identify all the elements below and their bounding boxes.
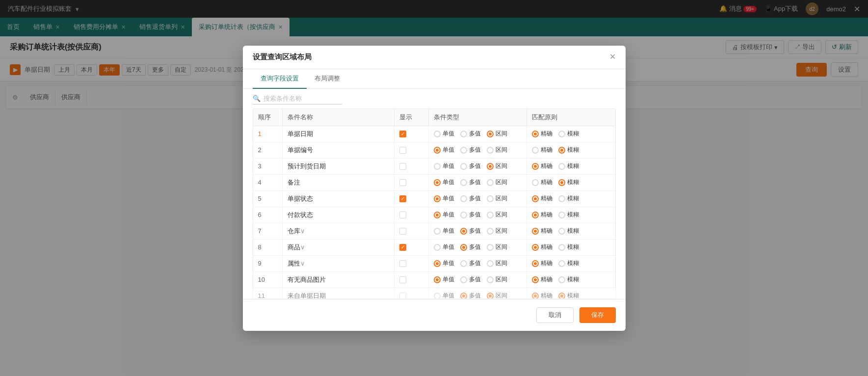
modal-tabs: 查询字段设置 布局调整	[243, 69, 626, 89]
th-order: 顺序	[253, 109, 283, 114]
modal-close-button[interactable]: ✕	[609, 53, 616, 61]
modal-table: 顺序 条件名称 显示 条件类型 匹配原则 1 单据日期 单值	[243, 108, 626, 114]
settings-modal: 设置查询区域布局 ✕ 查询字段设置 布局调整 🔍 顺序 条件名称 显示	[243, 46, 626, 114]
modal-search-area: 🔍	[243, 89, 626, 105]
modal-title: 设置查询区域布局	[253, 53, 312, 62]
th-type: 条件类型	[429, 109, 527, 114]
search-input-wrapper: 🔍	[253, 95, 342, 105]
th-match: 匹配原则	[527, 109, 615, 114]
th-name: 条件名称	[283, 109, 395, 114]
modal-table-header: 顺序 条件名称 显示 条件类型 匹配原则	[253, 108, 616, 114]
modal-overlay: 设置查询区域布局 ✕ 查询字段设置 布局调整 🔍 顺序 条件名称 显示	[0, 0, 868, 113]
th-display: 显示	[395, 109, 429, 114]
modal-tab-fields[interactable]: 查询字段设置	[253, 69, 307, 89]
search-input[interactable]	[263, 95, 342, 102]
search-icon: 🔍	[253, 95, 261, 102]
modal-header: 设置查询区域布局 ✕	[243, 46, 626, 69]
modal-tab-layout[interactable]: 布局调整	[307, 69, 348, 89]
